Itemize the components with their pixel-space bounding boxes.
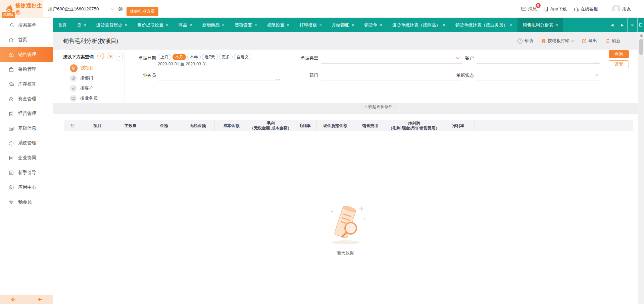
close-all-tabs-icon[interactable]: × <box>627 18 637 32</box>
tab-print-template[interactable]: 打印模板× <box>294 18 327 32</box>
sidebar-item-sales-management[interactable]: $ 销售管理 <box>0 47 53 62</box>
close-tab-icon[interactable]: × <box>380 23 382 27</box>
close-tab-icon[interactable]: × <box>510 23 513 27</box>
column-header-net-profit[interactable]: 净利润 （毛利-现金折扣-销售费用） <box>386 120 442 131</box>
date-preset-pill[interactable]: 本年 <box>187 54 201 60</box>
print-by-template-button[interactable]: 按模板打印 <box>541 38 574 44</box>
scroll-tabs-right-icon[interactable]: ▶ <box>617 18 627 32</box>
scrollbar-thumb[interactable] <box>639 39 643 55</box>
department-select[interactable] <box>321 70 462 80</box>
tab-month-end-lock[interactable]: 月结锁账× <box>327 18 359 32</box>
scheme-by-department[interactable]: 按部门 <box>53 73 125 83</box>
tab-sales-order[interactable]: 销货单× <box>359 18 387 32</box>
customer-picker[interactable]: … <box>477 54 600 64</box>
tab-home[interactable]: 首页 <box>53 18 72 32</box>
maximize-icon[interactable] <box>637 18 644 32</box>
user-menu[interactable]: 用友 <box>612 5 631 13</box>
close-tab-icon[interactable]: × <box>319 23 322 27</box>
column-header-tax-free-amount[interactable]: 无税金额 <box>181 120 215 131</box>
tab-new-product[interactable]: 新增商品× <box>197 18 230 32</box>
account-dropdown[interactable]: 用户690企业1660120750 <box>48 0 114 18</box>
scroll-up-arrow-icon[interactable] <box>640 34 643 37</box>
online-service-label: 在线客服 <box>581 6 598 12</box>
messages-button[interactable]: 消息 6 <box>521 6 537 12</box>
close-tab-icon[interactable]: × <box>287 23 290 27</box>
scheme-by-salesman[interactable]: 按业务员 <box>53 93 125 103</box>
sidebar-item-inventory-accounting[interactable]: 库存核算 <box>0 77 53 92</box>
close-tab-icon[interactable]: × <box>84 23 86 27</box>
more-icon[interactable]: … <box>275 76 281 80</box>
sidebar-item-purchase-management[interactable]: 采购管理 <box>0 62 53 77</box>
column-header-project[interactable]: 项目 <box>81 120 114 131</box>
tab-goods[interactable]: 货× <box>72 18 91 32</box>
column-header-net-margin[interactable]: 净利率 <box>442 120 475 131</box>
tab-purchase-return-history[interactable]: 进货退货历史× <box>91 18 133 32</box>
close-tab-icon[interactable]: × <box>190 23 192 27</box>
sidebar-item-member[interactable]: 畅会员 <box>0 195 53 209</box>
messages-badge: 6 <box>536 3 541 8</box>
sidebar-item-search-menu[interactable]: 搜索菜单 <box>0 18 53 33</box>
close-tab-icon[interactable]: × <box>352 23 354 27</box>
sidebar-item-funds-management[interactable]: ¥ 资金管理 <box>0 92 53 106</box>
tab-sales-stats-by-salesman[interactable]: 销货单统计表（按业务员）× <box>450 18 518 32</box>
date-range-value[interactable]: 2023-03-01 至 2023-03-31 <box>158 61 207 67</box>
help-button[interactable]: ? 帮助 <box>517 38 533 44</box>
vertical-scrollbar[interactable] <box>638 32 644 304</box>
column-header-gross-profit[interactable]: 毛利 （无税金额-成本金额） <box>248 120 293 131</box>
sidebar-item-home[interactable]: 首页 <box>0 33 53 47</box>
app-download-button[interactable]: App下载 <box>544 6 567 12</box>
collapse-more-filters[interactable]: » 收起更多条件 <box>359 103 398 110</box>
close-tab-icon[interactable]: × <box>254 23 257 27</box>
tab-price-extract-settings[interactable]: 售价提取设置× <box>132 18 174 32</box>
scheme-by-project[interactable]: 按项目 <box>53 63 125 73</box>
trial-plan-button[interactable]: 体验行业方案 <box>127 7 158 16</box>
date-preset-pill[interactable]: 上月 <box>158 54 171 60</box>
column-settings-cell[interactable] <box>64 120 81 131</box>
refresh-button[interactable]: 刷新 <box>605 38 621 44</box>
date-preset-pill[interactable]: 更多 <box>219 54 233 60</box>
sidebar-item-base-info[interactable]: 基础信息 <box>0 121 53 136</box>
doc-status-select[interactable] <box>477 70 600 80</box>
settings-gear-icon[interactable] <box>118 6 123 12</box>
more-icon[interactable]: … <box>594 60 599 63</box>
tab-products[interactable]: 商品× <box>174 18 197 32</box>
chevron-down-icon[interactable] <box>571 39 574 42</box>
scheme-by-customer[interactable]: 按客户 <box>53 83 125 93</box>
collapse-panel-button[interactable]: « <box>117 53 122 60</box>
close-tab-icon[interactable]: × <box>125 23 128 27</box>
date-preset-pill[interactable]: 自定义 <box>234 54 251 60</box>
close-tab-icon[interactable]: × <box>222 23 225 27</box>
doc-type-select[interactable] <box>321 54 462 64</box>
online-service-button[interactable]: 在线客服 <box>574 6 598 12</box>
column-header-cash-discount[interactable]: 现金折扣金额 <box>316 120 354 131</box>
column-header-sales-expense[interactable]: 销售费用 <box>354 120 386 131</box>
date-preset-pill[interactable]: 近7天 <box>202 54 218 60</box>
scheme-settings-button[interactable] <box>107 53 113 59</box>
column-header-main-qty[interactable]: 主数量 <box>114 120 147 131</box>
salesman-picker[interactable]: … <box>158 70 281 80</box>
date-preset-pill-active[interactable]: 本月 <box>172 54 186 60</box>
brand-logo[interactable]: 畅捷通好生意 精易版 <box>0 0 43 18</box>
close-tab-icon[interactable]: × <box>555 23 558 27</box>
tab-gross-profit-analysis[interactable]: 销售毛利分析表× <box>517 18 563 32</box>
close-tab-icon[interactable]: × <box>443 23 445 27</box>
column-header-cost-amount[interactable]: 成本金额 <box>215 120 248 131</box>
add-scheme-button[interactable]: + <box>97 53 104 59</box>
close-tab-icon[interactable]: × <box>166 23 168 27</box>
column-header-gross-margin[interactable]: 毛利率 <box>293 120 316 131</box>
scroll-tabs-left-icon[interactable]: ◀ <box>607 18 617 32</box>
tab-purchase-stats-by-product[interactable]: 进货单统计表（按商品）× <box>387 18 450 32</box>
export-button[interactable]: 导出 <box>582 38 597 44</box>
tab-permission-settings[interactable]: 权限设置× <box>262 18 295 32</box>
column-header-amount[interactable]: 金额 <box>147 120 181 131</box>
tab-option-settings[interactable]: 选项设置× <box>230 18 262 32</box>
sidebar-item-app-center[interactable]: 应用中心 <box>0 180 53 195</box>
sidebar-item-beginner-guide[interactable]: 新 新手引导 <box>0 165 53 180</box>
sidebar-item-operation-management[interactable]: 经营管理 <box>0 106 53 121</box>
search-button[interactable]: 查询 <box>609 50 629 58</box>
collapse-sidebar-icon[interactable] <box>37 297 42 302</box>
sidebar-item-system-management[interactable]: 系统管理 <box>0 136 53 150</box>
settings-button[interactable]: 设置 <box>609 60 629 68</box>
sidebar-item-enterprise-collaboration[interactable]: 企业协同 <box>0 150 53 165</box>
footer-gear-icon[interactable] <box>11 297 16 302</box>
